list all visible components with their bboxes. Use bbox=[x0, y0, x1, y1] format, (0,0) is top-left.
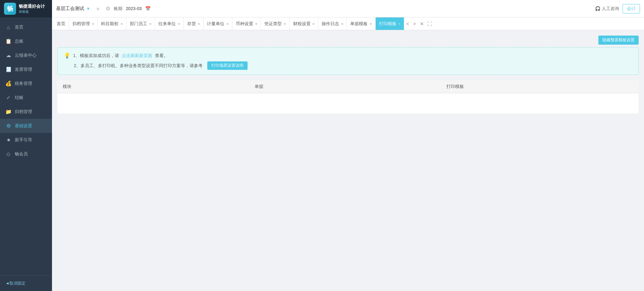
sidebar-item-invoice[interactable]: 🧾 发票管理 bbox=[0, 62, 52, 77]
sidebar-item-reports[interactable]: ☁ 云报表中心 bbox=[0, 48, 52, 62]
info-line-1: 💡 1、模板添加成功后，请 点击刷新新页面 查看。 bbox=[64, 52, 632, 59]
tab-operation-log[interactable]: 操作日志× bbox=[318, 17, 347, 30]
tab-close-subject[interactable]: × bbox=[120, 22, 122, 26]
table-body bbox=[57, 93, 639, 113]
tab-expand-button[interactable]: ⛶ bbox=[426, 21, 433, 27]
table-header-doc: 单据 bbox=[249, 80, 441, 93]
logo-title: 畅捷通好会计 bbox=[19, 3, 45, 9]
sidebar-label-ledger: 总账 bbox=[15, 38, 23, 44]
accounting-button[interactable]: 会计 bbox=[623, 4, 640, 13]
tab-label-archive: 归档管理 bbox=[72, 21, 90, 27]
sidebar-icon-settlement: ✓ bbox=[5, 95, 11, 101]
calendar-icon[interactable]: 📅 bbox=[145, 6, 151, 11]
info-banner: 💡 1、模板添加成功后，请 点击刷新新页面 查看。 2、多员工、多打印机、多种业… bbox=[57, 47, 639, 75]
print-scene-explain-button[interactable]: 打印场景设置说明 bbox=[207, 61, 248, 70]
sidebar-label-home: 首页 bbox=[15, 24, 23, 30]
sidebar-item-home[interactable]: ⌂ 首页 bbox=[0, 20, 52, 34]
tab-close-voucher-type[interactable]: × bbox=[284, 22, 286, 26]
tab-close-print-template[interactable]: × bbox=[398, 22, 400, 26]
tab-close-all-button[interactable]: ✕ bbox=[418, 21, 426, 27]
info-line1-suffix: 查看。 bbox=[155, 53, 168, 59]
tab-voucher-type[interactable]: 凭证类型× bbox=[261, 17, 289, 30]
sidebar-item-ledger[interactable]: 📋 总账 bbox=[0, 34, 52, 48]
tab-archive[interactable]: 归档管理× bbox=[69, 17, 98, 30]
settings-gear-icon[interactable]: ⚙ bbox=[106, 5, 110, 12]
tab-inventory[interactable]: 存货× bbox=[184, 17, 204, 30]
period-label: 账期 bbox=[114, 6, 122, 12]
tab-label-unit: 计量单位 bbox=[207, 21, 224, 27]
tab-label-voucher-type: 凭证类型 bbox=[264, 21, 282, 27]
sidebar-menu: ⌂ 首页 📋 总账 ☁ 云报表中心 🧾 发票管理 💰 税务管理 ✓ 结账 📁 归… bbox=[0, 17, 52, 276]
info-line2-prefix: 2、多员工、多打印机、多种业务类型设置不同打印方案等，请参考 bbox=[74, 63, 203, 69]
sidebar-icon-invoice: 🧾 bbox=[5, 66, 11, 72]
print-template-table: 模块 单据 打印模板 bbox=[57, 80, 639, 113]
sidebar-item-member[interactable]: ◇ 畅会员 bbox=[0, 147, 52, 161]
add-tab-button[interactable]: ＋ bbox=[94, 5, 102, 13]
table-header-module: 模块 bbox=[57, 80, 249, 93]
company-dropdown-icon: ▼ bbox=[86, 6, 90, 11]
customer-service-btn[interactable]: 🎧 人工咨询 bbox=[595, 6, 619, 12]
main-area: 基层工会测试 ▼ ＋ ⚙ 账期 2023-03 📅 🎧 人工咨询 会计 首页归档… bbox=[52, 0, 644, 291]
table-header-template: 打印模板 bbox=[441, 80, 639, 93]
tab-tax-settings[interactable]: 财税设置× bbox=[290, 17, 318, 30]
sidebar-icon-ledger: 📋 bbox=[5, 38, 11, 44]
tab-close-department[interactable]: × bbox=[149, 22, 151, 26]
sidebar-icon-tax: 💰 bbox=[5, 81, 11, 87]
sidebar-label-tax: 税务管理 bbox=[15, 81, 32, 87]
customer-service-label: 人工咨询 bbox=[602, 6, 619, 12]
info-refresh-link[interactable]: 点击刷新新页面 bbox=[122, 53, 152, 59]
company-selector[interactable]: 基层工会测试 ▼ bbox=[56, 6, 90, 12]
tab-close-unit[interactable]: × bbox=[226, 22, 228, 26]
tab-department[interactable]: 部门员工× bbox=[126, 17, 155, 30]
tab-close-inventory[interactable]: × bbox=[198, 22, 200, 26]
sidebar-item-guide[interactable]: ★ 新手引导 bbox=[0, 133, 52, 147]
tab-label-partner: 往来单位 bbox=[158, 21, 176, 27]
tab-close-currency[interactable]: × bbox=[255, 22, 257, 26]
unpin-label: ◄取消固定 bbox=[5, 281, 25, 286]
tab-close-operation-log[interactable]: × bbox=[341, 22, 343, 26]
tab-currency[interactable]: 币种设置× bbox=[232, 17, 261, 30]
logo-subtitle: 体验版 bbox=[19, 9, 45, 14]
tab-nav-next[interactable]: > bbox=[411, 17, 418, 30]
tab-nav-prev[interactable]: < bbox=[404, 17, 411, 30]
period-value: 2023-03 bbox=[126, 6, 142, 11]
tab-label-operation-log: 操作日志 bbox=[322, 21, 339, 27]
logo-icon: 畅 bbox=[4, 3, 16, 15]
sidebar: 畅 畅捷通好会计 体验版 ⌂ 首页 📋 总账 ☁ 云报表中心 🧾 发票管理 💰 … bbox=[0, 0, 52, 291]
sidebar-label-member: 畅会员 bbox=[15, 151, 28, 157]
sidebar-item-settings[interactable]: ⚙ 基础设置 bbox=[0, 119, 52, 133]
tab-unit[interactable]: 计量单位× bbox=[204, 17, 232, 30]
content-top-bar: 隐藏预置模板设置 bbox=[57, 36, 639, 45]
tab-close-partner[interactable]: × bbox=[178, 22, 180, 26]
tab-label-currency: 币种设置 bbox=[236, 21, 253, 27]
tab-label-print-template: 打印模板 bbox=[379, 21, 396, 27]
tab-close-archive[interactable]: × bbox=[92, 22, 94, 26]
sidebar-label-settings: 基础设置 bbox=[15, 123, 32, 129]
top-header: 基层工会测试 ▼ ＋ ⚙ 账期 2023-03 📅 🎧 人工咨询 会计 bbox=[52, 0, 644, 17]
tab-close-single-template[interactable]: × bbox=[370, 22, 372, 26]
tab-single-template[interactable]: 单据模板× bbox=[347, 17, 375, 30]
tab-close-tax-settings[interactable]: × bbox=[313, 22, 315, 26]
tab-label-inventory: 存货 bbox=[187, 21, 196, 27]
logo-text: 畅捷通好会计 体验版 bbox=[19, 3, 45, 14]
tab-label-subject: 科目期初 bbox=[101, 21, 118, 27]
headset-icon: 🎧 bbox=[595, 6, 600, 11]
tab-home[interactable]: 首页 bbox=[53, 17, 69, 30]
hide-settings-button[interactable]: 隐藏预置模板设置 bbox=[598, 36, 639, 45]
logo-area: 畅 畅捷通好会计 体验版 bbox=[0, 0, 52, 17]
sidebar-icon-archive: 📁 bbox=[5, 109, 11, 115]
sidebar-item-settlement[interactable]: ✓ 结账 bbox=[0, 91, 52, 105]
company-name: 基层工会测试 bbox=[56, 6, 84, 12]
tab-partner[interactable]: 往来单位× bbox=[155, 17, 183, 30]
sidebar-item-tax[interactable]: 💰 税务管理 bbox=[0, 77, 52, 91]
sidebar-item-archive[interactable]: 📁 归档管理 bbox=[0, 105, 52, 119]
sidebar-unpin[interactable]: ◄取消固定 bbox=[0, 276, 52, 291]
tab-label-single-template: 单据模板 bbox=[350, 21, 368, 27]
sidebar-label-reports: 云报表中心 bbox=[15, 52, 37, 58]
tab-print-template[interactable]: 打印模板× bbox=[376, 17, 404, 30]
tab-subject[interactable]: 科目期初× bbox=[98, 17, 126, 30]
table-header: 模块 单据 打印模板 bbox=[57, 80, 639, 93]
tab-bar: 首页归档管理×科目期初×部门员工×往来单位×存货×计量单位×币种设置×凭证类型×… bbox=[52, 17, 644, 30]
sidebar-icon-member: ◇ bbox=[5, 151, 11, 157]
main-content: 隐藏预置模板设置 💡 1、模板添加成功后，请 点击刷新新页面 查看。 2、多员工… bbox=[52, 30, 644, 291]
